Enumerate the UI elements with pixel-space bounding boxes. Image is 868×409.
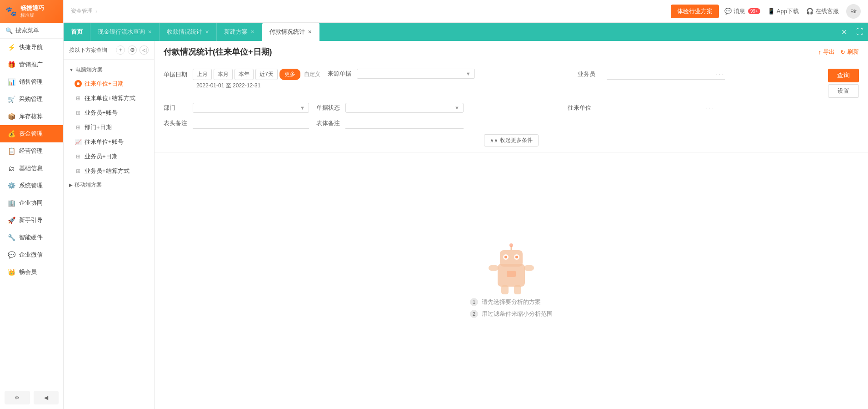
scheme-header-actions: + ⚙ ◁ bbox=[116, 45, 149, 55]
breadcrumb-text: 资金管理 bbox=[71, 7, 93, 15]
inventory-label: 库存核算 bbox=[19, 112, 43, 121]
date-btn-this-year[interactable]: 本年 bbox=[234, 69, 254, 80]
message-action[interactable]: 💬 消息 99+ bbox=[724, 7, 760, 15]
sidebar-item-capital[interactable]: 💰 资金管理 bbox=[0, 125, 63, 142]
body-note-input[interactable] bbox=[345, 118, 464, 129]
scheme-collapse-btn[interactable]: ◁ bbox=[140, 45, 149, 55]
tab-home[interactable]: 首页 bbox=[64, 23, 90, 41]
scheme-item-dept-date[interactable]: ⊞ 部门+日期 bbox=[64, 120, 154, 135]
service-label: 在线客服 bbox=[815, 7, 839, 15]
sidebar-item-quick-nav[interactable]: ⚡ 快捷导航 bbox=[0, 39, 63, 56]
sidebar-item-hardware[interactable]: 🔧 智能硬件 bbox=[0, 229, 63, 246]
scheme-settings-btn[interactable]: ⚙ bbox=[128, 45, 137, 55]
sidebar-item-member[interactable]: 👑 畅会员 bbox=[0, 263, 63, 281]
tab-new-close[interactable]: ✕ bbox=[250, 29, 254, 35]
scheme-item-staff-account[interactable]: ⊞ 业务员+账号 bbox=[64, 106, 154, 120]
trial-btn[interactable]: 体验行业方案 bbox=[671, 5, 719, 18]
export-btn[interactable]: ↑ 导出 bbox=[818, 48, 835, 56]
group-arrow-icon: ▼ bbox=[69, 67, 74, 72]
sidebar-item-weixin[interactable]: 💬 企业微信 bbox=[0, 246, 63, 263]
svg-point-5 bbox=[515, 256, 518, 258]
service-action[interactable]: 🎧 在线客服 bbox=[806, 7, 839, 15]
settings-btn-filter[interactable]: 设置 bbox=[828, 84, 859, 98]
sidebar-item-guide[interactable]: 🚀 新手引导 bbox=[0, 212, 63, 229]
svg-rect-11 bbox=[514, 285, 521, 294]
header-note-input[interactable] bbox=[193, 118, 309, 129]
docstatus-select-arrow: ▼ bbox=[454, 105, 459, 111]
sidebar-item-marketing[interactable]: 🎁 营销推广 bbox=[0, 56, 63, 73]
member-label: 畅会员 bbox=[19, 268, 37, 276]
content-area: 按以下方案查询 + ⚙ ◁ ▼ 电脑端方案 往来单位+日期 bbox=[64, 41, 868, 409]
scheme-group-mobile-title[interactable]: ▶ 移动端方案 bbox=[64, 178, 154, 192]
sidebar-item-corp[interactable]: 🏢 企业协同 bbox=[0, 194, 63, 212]
scheme-item-label: 业务员+结算方式 bbox=[85, 167, 130, 175]
staff-dots[interactable]: ··· bbox=[716, 71, 725, 77]
right-content: 付款情况统计(往来单位+日期) ↑ 导出 ↻ 刷新 bbox=[155, 41, 868, 409]
date-btn-more[interactable]: 更多 bbox=[279, 69, 300, 80]
tab-cashflow-close[interactable]: ✕ bbox=[148, 29, 152, 35]
collapse-sidebar-btn[interactable]: ◀ bbox=[34, 391, 59, 404]
sidebar-item-base[interactable]: 🗂 基础信息 bbox=[0, 160, 63, 177]
scheme-group-desktop-title[interactable]: ▼ 电脑端方案 bbox=[64, 63, 154, 76]
source-select[interactable]: ▼ bbox=[357, 69, 475, 79]
sidebar-item-operation[interactable]: 📋 经营管理 bbox=[0, 142, 63, 160]
avatar[interactable]: Rit bbox=[846, 4, 861, 19]
sidebar-item-purchase[interactable]: 🛒 采购管理 bbox=[0, 91, 63, 108]
sidebar-item-inventory[interactable]: 📦 库存核算 bbox=[0, 108, 63, 125]
partner-dots[interactable]: ··· bbox=[706, 104, 715, 111]
collapse-conditions-btn[interactable]: ∧∧ 收起更多条件 bbox=[484, 134, 539, 146]
logo-sub: 标准版 bbox=[20, 12, 44, 19]
sidebar-item-search[interactable]: 🔍 搜索菜单 bbox=[0, 23, 63, 39]
search-label: 搜索菜单 bbox=[15, 26, 39, 35]
tab-receipt-close[interactable]: ✕ bbox=[205, 29, 209, 35]
scheme-item-staff-settle[interactable]: ⊞ 业务员+结算方式 bbox=[64, 164, 154, 178]
tab-home-label: 首页 bbox=[71, 28, 83, 36]
scheme-item-partner-date[interactable]: 往来单位+日期 bbox=[64, 76, 154, 91]
svg-point-4 bbox=[504, 256, 507, 258]
page-title: 付款情况统计(往来单位+日期) bbox=[164, 46, 272, 57]
dept-select[interactable]: ▼ bbox=[193, 103, 309, 113]
query-btn[interactable]: 查询 bbox=[828, 69, 859, 82]
empty-tip-1: 1 请先选择要分析的方案 bbox=[470, 298, 553, 306]
member-icon: 👑 bbox=[7, 268, 15, 276]
inventory-icon: 📦 bbox=[7, 112, 15, 121]
tab-payment-stat[interactable]: 付款情况统计 ✕ bbox=[262, 23, 319, 41]
tab-receipt-stat[interactable]: 收款情况统计 ✕ bbox=[160, 23, 217, 41]
settings-btn[interactable]: ⚙ bbox=[5, 391, 30, 404]
tip-num-2: 2 bbox=[470, 310, 478, 318]
app-download-action[interactable]: 📱 App下载 bbox=[768, 7, 799, 15]
scheme-item-label: 往来单位+日期 bbox=[85, 80, 124, 88]
partner-filter-label: 往来单位 bbox=[568, 104, 593, 112]
marketing-icon: 🎁 bbox=[7, 61, 15, 69]
tab-payment-close[interactable]: ✕ bbox=[308, 29, 312, 35]
date-btn-this-month[interactable]: 本月 bbox=[214, 69, 233, 80]
scheme-item-partner-account[interactable]: 📈 往来单位+账号 bbox=[64, 135, 154, 149]
docstatus-select[interactable]: ▼ bbox=[345, 103, 464, 113]
scheme-item-partner-settle[interactable]: ⊞ 往来单位+结算方式 bbox=[64, 91, 154, 106]
mobile-group-label: 移动端方案 bbox=[75, 181, 102, 189]
scheme-chart-icon: 📈 bbox=[75, 138, 82, 146]
corp-label: 企业协同 bbox=[19, 199, 43, 207]
service-icon: 🎧 bbox=[806, 8, 813, 15]
tab-close-all[interactable]: ✕ bbox=[837, 23, 852, 41]
tab-expand[interactable]: ⛶ bbox=[852, 23, 868, 41]
tab-cashflow[interactable]: 现金银行流水查询 ✕ bbox=[90, 23, 160, 41]
system-label: 系统管理 bbox=[19, 182, 43, 190]
tab-new-label: 新建方案 bbox=[224, 28, 248, 36]
date-btn-7days[interactable]: 近7天 bbox=[255, 69, 278, 80]
sales-label: 销售管理 bbox=[19, 78, 43, 86]
scheme-table-icon5: ⊞ bbox=[75, 167, 82, 175]
empty-state: 1 请先选择要分析的方案 2 用过滤条件来缩小分析范围 bbox=[155, 152, 868, 409]
dept-select-arrow: ▼ bbox=[300, 105, 305, 111]
sidebar-item-system[interactable]: ⚙️ 系统管理 bbox=[0, 177, 63, 194]
body-note-label: 表体备注 bbox=[316, 119, 342, 127]
scheme-group-mobile: ▶ 移动端方案 bbox=[64, 178, 154, 192]
add-scheme-btn[interactable]: + bbox=[116, 45, 125, 55]
breadcrumb: 资金管理 › bbox=[71, 7, 665, 15]
scheme-group-desktop: ▼ 电脑端方案 往来单位+日期 ⊞ 往来单位+结算方式 ⊞ 业务员+账号 bbox=[64, 63, 154, 178]
sidebar-item-sales[interactable]: 📊 销售管理 bbox=[0, 73, 63, 91]
tab-new-scheme[interactable]: 新建方案 ✕ bbox=[217, 23, 262, 41]
refresh-btn[interactable]: ↻ 刷新 bbox=[840, 48, 859, 56]
scheme-item-staff-date[interactable]: ⊞ 业务员+日期 bbox=[64, 149, 154, 164]
date-btn-last-month[interactable]: 上月 bbox=[193, 69, 212, 80]
